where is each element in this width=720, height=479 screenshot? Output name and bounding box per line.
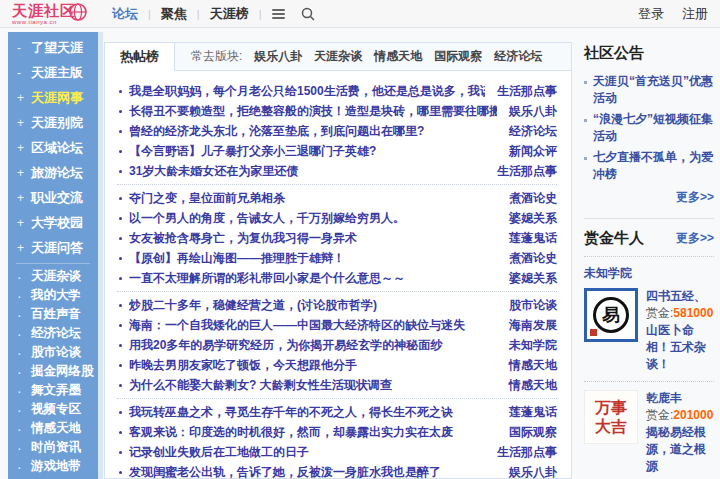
bullet-icon [119,130,122,133]
post-category-link[interactable]: 股市论谈 [509,297,557,314]
sidebar-item[interactable]: · 天涯杂谈 [8,267,98,286]
bounty-header: 赏金牛人 更多>> [584,229,714,248]
sidebar-item[interactable]: · 时尚资讯 [8,438,98,457]
nav-link[interactable]: 天涯榜 [200,5,259,23]
announcements-more-link[interactable]: 更多>> [676,190,714,204]
tianya-forum-page: 天涯社区 www.tianya.cn 论坛|聚焦|天涯榜 | 登录 注册 [0,0,720,479]
bounty-dotted-divider [584,381,714,382]
bounty-text: 四书五经、 赏金:581000 山医卜命相！五术杂谈！ [646,288,714,373]
post-category-link[interactable]: 情感天地 [509,357,557,374]
bounty-item: 未知学院 易 四书五经、 赏金:581000 山医卜命相！五术杂谈！ [584,265,714,373]
announcements-title: 社区公告 [584,44,714,63]
post-title-link[interactable]: 夺门之变，皇位面前兄弟相杀 [129,190,497,207]
post-row: 31岁大龄未婚女还在为家里还债 生活那点事 [117,161,557,181]
post-category-link[interactable]: 海南发展 [509,317,557,334]
post-category-link[interactable]: 生活那点事 [497,444,557,461]
post-title-link[interactable]: 女友被抢含辱身亡，为复仇我习得一身异术 [129,230,497,247]
sidebar-item[interactable]: + 天涯问答 [8,235,98,260]
post-category-link[interactable]: 未知学院 [509,337,557,354]
menu-icon[interactable] [262,9,295,19]
bounty-desc-link[interactable]: 揭秘易经根源，道之根源 [646,424,714,475]
sidebar-item-label: 视频专区 [31,401,81,418]
sidebar-item[interactable]: + 大学校园 [8,210,98,235]
sidebar-item[interactable]: · 舞文弄墨 [8,381,98,400]
red-seal-stamp [590,329,597,336]
sidebar-item[interactable]: · 视频专区 [8,400,98,419]
sidebar-item-label: 情感天地 [31,420,81,437]
post-title-link[interactable]: 以一个男人的角度，告诫女人，千万别嫁给穷男人。 [129,210,497,227]
post-category-link[interactable]: 莲蓬鬼话 [509,404,557,421]
tab-hot-posts[interactable]: 热帖榜 [105,43,175,71]
nav-link[interactable]: 论坛 [102,5,148,23]
post-title-link[interactable]: 为什么不能娶大龄剩女? 大龄剩女性生活现状调查 [129,377,497,394]
post-title-link[interactable]: 曾经的经济龙头东北，沦落至垫底，到底问题出在哪里? [129,123,497,140]
quick-board-link[interactable]: 经济论坛 [494,48,542,65]
quick-board-link[interactable]: 娱乐八卦 [254,48,302,65]
post-category-link[interactable]: 情感天地 [509,377,557,394]
sidebar-item[interactable]: · 情感天地 [8,419,98,438]
sidebar-item[interactable]: + 天涯别院 [8,110,98,135]
register-link[interactable]: 注册 [682,5,708,23]
site-logo[interactable]: 天涯社区 www.tianya.cn [12,3,88,25]
bounty-board-link[interactable]: 未知学院 [584,265,714,282]
post-category-link[interactable]: 婆媳关系 [509,210,557,227]
sidebar-item[interactable]: + 区域论坛 [8,135,98,160]
quick-board-link[interactable]: 情感天地 [374,48,422,65]
post-category-link[interactable]: 煮酒论史 [509,190,557,207]
post-title-link[interactable]: 31岁大龄未婚女还在为家里还债 [129,163,485,180]
sidebar-item[interactable]: - 天涯主版 [8,60,98,85]
search-icon[interactable] [295,7,321,21]
sidebar-item-label: 职业交流 [31,189,83,207]
sidebar-item[interactable]: · 我的大学 [8,286,98,305]
sidebar-item[interactable]: + 天涯网事 [8,85,98,110]
sidebar-item[interactable]: - 了望天涯 [8,35,98,60]
announcement-link[interactable]: 七夕直播不孤单，为爱冲榜 [593,149,714,183]
bounty-title-link[interactable]: 四书五经、 [646,288,714,305]
post-title-link[interactable]: 发现闺蜜老公出轨，告诉了她，反被泼一身脏水我也是醉了 [129,464,497,479]
post-category-link[interactable]: 国际观察 [509,424,557,441]
bullet-icon [119,431,122,434]
bounty-thumbnail[interactable]: 万事大吉 [584,390,638,444]
post-category-link[interactable]: 娱乐八卦 [509,103,557,120]
sidebar-item[interactable]: · 游戏地带 [8,457,98,476]
announcement-link[interactable]: “浪漫七夕”短视频征集活动 [593,111,714,145]
bounty-label: 赏金: [646,306,673,320]
bounty-thumbnail[interactable]: 易 [584,288,638,342]
post-title-link[interactable]: 用我20多年的易学研究经历，为你揭开易经玄学的神秘面纱 [129,337,497,354]
post-title-link[interactable]: 一直不太理解所谓的彩礼带回小家是个什么意思～～ [129,270,497,287]
post-category-link[interactable]: 生活那点事 [497,83,557,100]
post-title-link[interactable]: 记录创业失败后在工地做工的日子 [129,444,485,461]
login-link[interactable]: 登录 [638,5,664,23]
bounty-more-link[interactable]: 更多>> [676,230,714,247]
post-title-link[interactable]: 我是全职妈妈，每个月老公只给1500生活费，他还是总是说多，我该怎么办? [129,83,485,100]
bounty-title-link[interactable]: 乾鹿丰 [646,390,714,407]
quick-board-link[interactable]: 天涯杂谈 [314,48,362,65]
post-category-link[interactable]: 经济论坛 [509,123,557,140]
sidebar-item-label: 天涯网事 [31,89,83,107]
post-title-link[interactable]: 客观来说：印度选的时机很好，然而，却暴露出实力实在太废 [129,424,497,441]
nav-link[interactable]: 聚焦 [151,5,197,23]
sidebar-item[interactable]: · 掘金网络股 [8,362,98,381]
sidebar-item[interactable]: · 经济论坛 [8,324,98,343]
sidebar-item[interactable]: + 职业交流 [8,185,98,210]
post-title-link[interactable]: 昨晚去男朋友家吃了顿饭，今天想跟他分手 [129,357,497,374]
post-title-link[interactable]: 【今言野语】儿子暴打父亲小三退哪门子英雄? [129,143,497,160]
post-category-link[interactable]: 新闻众评 [509,143,557,160]
sidebar-item[interactable]: · 股市论谈 [8,343,98,362]
post-title-link[interactable]: 【原创】再绘山海图——推理胜于雄辩！ [129,250,497,267]
bullet-icon [119,237,122,240]
post-title-link[interactable]: 炒股二十多年，稳健经营之道，(讨论股市哲学) [129,297,497,314]
post-category-link[interactable]: 婆媳关系 [509,270,557,287]
post-title-link[interactable]: 海南：一个自我矮化的巨人——中国最大经济特区的缺位与迷失 [129,317,497,334]
quick-board-link[interactable]: 国际观察 [434,48,482,65]
sidebar-item[interactable]: + 旅游论坛 [8,160,98,185]
sidebar-item[interactable]: · 百姓声音 [8,305,98,324]
post-category-link[interactable]: 煮酒论史 [509,250,557,267]
post-category-link[interactable]: 娱乐八卦 [509,464,557,479]
post-category-link[interactable]: 生活那点事 [497,163,557,180]
post-category-link[interactable]: 莲蓬鬼话 [509,230,557,247]
announcement-link[interactable]: 天涯贝“首充送贝”优惠活动 [593,73,714,107]
post-title-link[interactable]: 长得丑不要赖造型，拒绝整容般的演技！造型是块砖，哪里需要往哪搬 [129,103,497,120]
bounty-desc-link[interactable]: 山医卜命相！五术杂谈！ [646,322,714,373]
post-title-link[interactable]: 我玩转巫蛊之术，寻觅生存千年的不死之人，得长生不死之诀 [129,404,497,421]
